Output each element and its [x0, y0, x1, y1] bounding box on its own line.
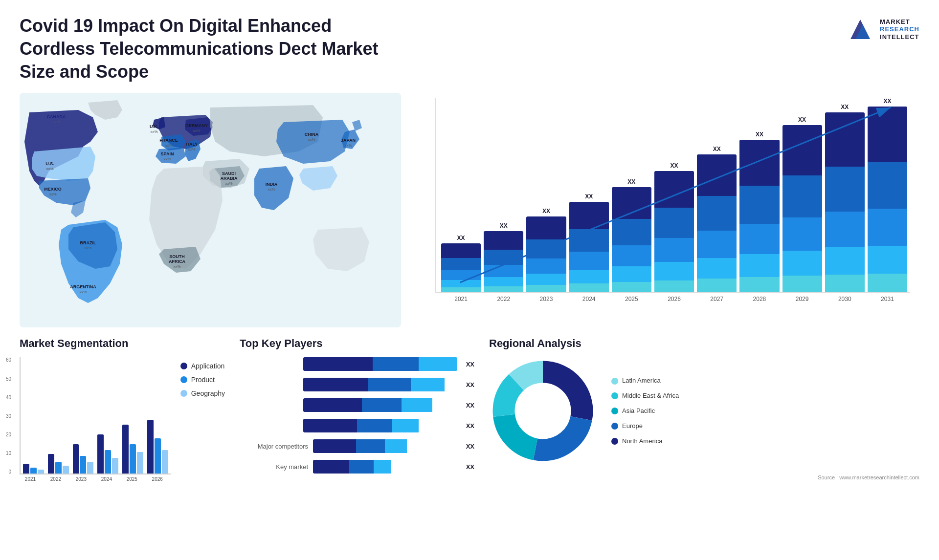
legend-dot-north-america — [611, 438, 618, 445]
logo-text: MARKET RESEARCH INTELLECT — [880, 18, 919, 41]
player-seg3-5 — [385, 439, 406, 453]
player-row-5: Major competitors XX — [240, 439, 474, 453]
seg-bar-app-2026 — [147, 420, 154, 474]
players-bars: XX XX — [240, 357, 474, 474]
legend-label-europe: Europe — [622, 422, 643, 431]
player-track-4 — [303, 419, 457, 432]
x-label-2021: 2021 — [441, 296, 481, 302]
x-label-2029: 2029 — [782, 296, 822, 302]
bottom-section: Market Segmentation 60 50 40 30 20 10 0 — [20, 337, 919, 545]
player-seg1-6 — [313, 460, 349, 474]
seg-x-2023: 2023 — [70, 476, 92, 482]
seg-bar-app-2024 — [97, 434, 104, 474]
seg-bar-prod-2024 — [105, 450, 111, 474]
legend-label-middle-east: Middle East & Africa — [622, 392, 679, 400]
seg-legend: Application Product Geography — [180, 357, 225, 397]
player-xx-2: XX — [466, 381, 474, 388]
seg-bar-prod-2022 — [55, 462, 62, 474]
bar-label-2025: XX — [627, 178, 635, 185]
segmentation-container: Market Segmentation 60 50 40 30 20 10 0 — [20, 337, 225, 545]
seg-x-2021: 2021 — [20, 476, 41, 482]
svg-text:MEXICO: MEXICO — [44, 187, 62, 192]
seg-x-2026: 2026 — [147, 476, 168, 482]
legend-item-geography: Geography — [180, 389, 225, 397]
player-seg1-3 — [303, 398, 362, 412]
x-label-2030: 2030 — [825, 296, 865, 302]
bar-stack-2025 — [612, 187, 651, 292]
player-seg2-1 — [373, 357, 419, 371]
bar-label-2024: XX — [585, 193, 593, 200]
bar-stack-2021 — [441, 243, 481, 292]
bar-group-2029: XX — [782, 98, 822, 292]
player-row-4: XX — [240, 419, 474, 432]
legend-dot-latin-america — [611, 378, 618, 385]
bar-chart-container: XX XX — [416, 93, 919, 327]
player-seg3-1 — [419, 357, 457, 371]
y-label-10: 10 — [6, 451, 11, 456]
player-track-2 — [303, 378, 457, 391]
legend-item-north-america: North America — [611, 437, 679, 446]
svg-text:AFRICA: AFRICA — [169, 259, 185, 264]
source-text: Source : www.marketresearchintellect.com — [489, 474, 919, 480]
player-seg3-3 — [402, 398, 432, 412]
x-label-2031: 2031 — [868, 296, 907, 302]
svg-text:ARABIA: ARABIA — [221, 176, 238, 181]
svg-text:xx%: xx% — [173, 264, 180, 269]
header: Covid 19 Impact On Digital Enhanced Cord… — [20, 15, 919, 83]
x-label-2024: 2024 — [569, 296, 609, 302]
player-row-1: XX — [240, 357, 474, 371]
bar-group-2027: XX — [697, 98, 737, 292]
x-label-2022: 2022 — [484, 296, 523, 302]
key-players-container: Top Key Players XX — [240, 337, 474, 545]
key-players-title: Top Key Players — [240, 337, 474, 350]
seg-bar-app-2025 — [122, 425, 129, 474]
map-container: CANADA xx% U.S. xx% MEXICO xx% BRAZIL xx… — [20, 93, 401, 327]
legend-item-latin-america: Latin America — [611, 377, 679, 385]
player-seg3-2 — [411, 378, 445, 391]
bar-group-2030: XX — [825, 98, 865, 292]
player-xx-5: XX — [466, 443, 474, 450]
svg-text:FRANCE: FRANCE — [159, 138, 178, 143]
player-seg3-4 — [392, 419, 418, 432]
legend-dot-product — [180, 376, 187, 383]
player-track-1 — [303, 357, 457, 371]
svg-text:xx%: xx% — [79, 290, 87, 294]
bar-label-2021: XX — [457, 235, 465, 241]
player-track-3 — [303, 398, 457, 412]
x-label-2027: 2027 — [697, 296, 737, 302]
svg-text:SOUTH: SOUTH — [169, 254, 185, 259]
legend-item-asia-pacific: Asia Pacific — [611, 407, 679, 415]
donut-area: Latin America Middle East & Africa Asia … — [489, 357, 919, 465]
player-label-5: Major competitors — [240, 443, 308, 450]
logo-icon — [846, 15, 875, 44]
page-title: Covid 19 Impact On Digital Enhanced Cord… — [20, 15, 401, 83]
seg-bar-geo-2023 — [87, 462, 93, 474]
legend-dot-asia-pacific — [611, 408, 618, 414]
seg-bar-prod-2021 — [30, 468, 37, 474]
legend-item-europe: Europe — [611, 422, 679, 431]
svg-text:ARGENTINA: ARGENTINA — [70, 284, 96, 289]
seg-bar-prod-2023 — [80, 456, 86, 474]
seg-bar-group-2025 — [122, 425, 143, 474]
svg-text:U.K.: U.K. — [150, 124, 158, 129]
seg-bar-wrapper: 60 50 40 30 20 10 0 — [20, 357, 171, 482]
svg-text:xx%: xx% — [150, 129, 157, 134]
player-seg2-2 — [368, 378, 411, 391]
x-label-2026: 2026 — [654, 296, 694, 302]
seg-bar-geo-2024 — [112, 458, 118, 474]
regional-container: Regional Analysis — [489, 337, 919, 545]
bar-group-2025: XX — [612, 98, 651, 292]
legend-item-product: Product — [180, 376, 225, 384]
player-track-6 — [313, 460, 457, 474]
bar-label-2029: XX — [798, 116, 806, 123]
bar-stack-2028 — [739, 140, 779, 292]
legend-label-geography: Geography — [191, 389, 225, 397]
seg-x-2024: 2024 — [96, 476, 117, 482]
logo-line1: MARKET — [880, 18, 919, 26]
bar-group-2022: XX — [484, 98, 523, 292]
svg-text:SPAIN: SPAIN — [161, 151, 174, 156]
svg-text:CHINA: CHINA — [305, 132, 319, 137]
y-label-20: 20 — [6, 432, 11, 437]
seg-bar-prod-2026 — [155, 438, 161, 474]
seg-bar-app-2023 — [73, 444, 79, 474]
